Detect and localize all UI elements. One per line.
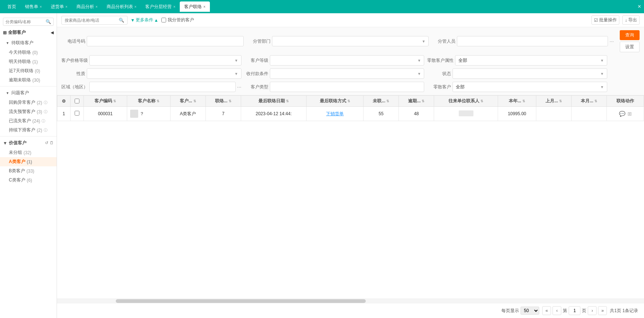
value-refresh-icon[interactable]: ↺ — [45, 141, 48, 145]
filter-retail-select[interactable]: 全部 ▼ — [452, 82, 607, 92]
table-header-row: ⚙ 客户编码 ⇅ — [57, 96, 644, 107]
row-last-date: 2023-04-12 14:44: — [241, 107, 306, 121]
col-code[interactable]: 客户编码 ⇅ — [84, 96, 127, 107]
filter-search-box[interactable]: 🔍 — [61, 16, 128, 25]
value-settings-icon[interactable]: 🗒 — [50, 141, 54, 145]
query-button[interactable]: 查询 — [620, 30, 640, 40]
nav-tab-analysis[interactable]: 商品分析 × — [72, 1, 102, 12]
filter-more-btn[interactable]: ▼ 更多条件 ▲ — [130, 17, 158, 23]
col-company-contact-label: 往来单位联系人 — [448, 98, 479, 104]
filter-region-input[interactable] — [89, 82, 236, 92]
sidebar-item-7days[interactable]: 近7天待联络 (0) — [0, 66, 57, 75]
sidebar-item-a-class[interactable]: A类客户 (1) — [0, 157, 57, 166]
col-last-month[interactable]: 上月... ⇅ — [536, 96, 571, 107]
filter-payment-select[interactable]: ▼ — [270, 68, 425, 79]
nav-tab-purchase-close[interactable]: × — [65, 5, 68, 9]
filter-retail-value: 全部 — [456, 84, 465, 90]
filter-dept-select[interactable]: ▼ — [272, 36, 429, 46]
settings-button[interactable]: 设置 — [620, 42, 640, 52]
sidebar-item-tomorrow[interactable]: 明天待联络 (1) — [0, 57, 57, 66]
churned-label: 已流失客户 — [9, 118, 31, 124]
sidebar-item-b-class[interactable]: B类客户 (33) — [0, 166, 57, 176]
page-size-select[interactable]: 50 100 200 — [520, 307, 539, 315]
nav-tab-segment-close[interactable]: × — [173, 5, 175, 9]
filter-person-input[interactable] — [457, 36, 608, 46]
col-no-contact[interactable]: 未联... ⇅ — [364, 96, 399, 107]
filter-price-level-select[interactable]: ▼ — [89, 55, 242, 66]
filter-phone-input[interactable] — [87, 36, 244, 46]
col-name[interactable]: 客户名称 ⇅ — [127, 96, 170, 107]
col-last-date[interactable]: 最后联络日期 ⇅ — [241, 96, 306, 107]
nav-tab-sales-close[interactable]: × — [40, 5, 42, 9]
sidebar-group-value[interactable]: ▼ 价值客户 ↺ 🗒 — [0, 138, 57, 148]
filter-customer-level-select[interactable]: ▼ — [270, 55, 425, 66]
sidebar-all-customers[interactable]: ⊞ 全部客户 ◀ — [0, 27, 57, 38]
col-checkbox[interactable] — [71, 96, 84, 107]
sidebar-item-repurchase-abnormal[interactable]: 回购异常客户 (2) ⓘ — [0, 98, 57, 107]
sidebar-item-declining[interactable]: 持续下滑客户 (2) ⓘ — [0, 126, 57, 135]
sidebar-item-c-class[interactable]: C类客户 (6) — [0, 176, 57, 185]
churned-info-icon: ⓘ — [42, 119, 45, 124]
sidebar-item-overdue[interactable]: 逾期未联络 (30) — [0, 75, 57, 85]
my-customers-checkbox-container[interactable]: 我分管的客户 — [161, 17, 194, 23]
action-icons-container: 💬 ⊞ — [610, 111, 641, 117]
nav-tab-contact[interactable]: 客户联络 × — [180, 1, 210, 12]
sidebar-item-ungrouped[interactable]: 未分组 (32) — [0, 148, 57, 157]
col-action: 联络动作 — [607, 96, 644, 107]
prev-page-button[interactable]: ‹ — [552, 306, 561, 315]
nav-tab-contact-close[interactable]: × — [203, 5, 205, 9]
customer-avatar — [130, 110, 138, 118]
row-company-contact — [434, 107, 498, 121]
sidebar-search-icon: 🔍 — [46, 19, 51, 24]
action-chat-icon[interactable]: 💬 — [619, 111, 625, 117]
col-contact-count[interactable]: 联络... ⇅ — [205, 96, 241, 107]
row-last-method[interactable]: 下销货单 — [307, 107, 364, 121]
filter-person-dots[interactable]: ··· — [609, 38, 614, 44]
filter-customer-level-arrow: ▼ — [417, 59, 421, 63]
sidebar-item-churn-warning[interactable]: 流失预警客户 (3) ⓘ — [0, 107, 57, 116]
col-year-amount[interactable]: 本年... ⇅ — [498, 96, 536, 107]
window-close-button[interactable]: × — [638, 3, 641, 10]
nav-tab-analysis-list-close[interactable]: × — [135, 5, 137, 9]
nav-home[interactable]: 首页 — [3, 1, 21, 12]
row-checkbox[interactable] — [75, 111, 79, 116]
sidebar-search-input[interactable] — [6, 20, 44, 24]
today-label: 今天待联络 — [9, 49, 31, 56]
col-customer-type[interactable]: 客户... ⇅ — [170, 96, 205, 107]
first-page-button[interactable]: « — [542, 306, 551, 315]
sidebar-group-pending[interactable]: ▼ 待联络客户 — [0, 38, 57, 48]
export-button[interactable]: ↓ 导出 — [622, 15, 640, 25]
action-link-icon[interactable]: ⊞ — [627, 111, 632, 117]
page-number-input[interactable] — [569, 306, 580, 315]
nav-tab-sales[interactable]: 销售单 × — [21, 1, 46, 12]
last-method-link[interactable]: 下销货单 — [326, 111, 344, 116]
col-company-contact[interactable]: 往来单位联系人 ⇅ — [434, 96, 498, 107]
horizontal-scrollbar[interactable] — [57, 298, 644, 303]
scrollbar-thumb[interactable] — [116, 299, 366, 303]
nav-tab-segment[interactable]: 客户分层经营 × — [141, 1, 180, 12]
sidebar-group-problem[interactable]: ▼ 问题客户 — [0, 88, 57, 98]
my-customers-checkbox[interactable] — [161, 18, 166, 22]
nav-tab-purchase[interactable]: 进货单 × — [46, 1, 72, 12]
sidebar-item-churned[interactable]: 已流失客户 (24) ⓘ — [0, 116, 57, 126]
filter-customer-type-input[interactable] — [270, 82, 425, 92]
next-page-button[interactable]: › — [588, 306, 597, 315]
batch-op-button[interactable]: ☑ 批量操作 — [591, 15, 619, 25]
filter-nature-select[interactable]: ▼ — [87, 68, 242, 79]
action-buttons: 查询 设置 — [620, 30, 640, 52]
filter-retail-attr-select[interactable]: 全部 ▼ — [455, 55, 607, 66]
col-gear[interactable]: ⚙ — [57, 96, 71, 107]
nav-tab-analysis-close[interactable]: × — [96, 5, 98, 9]
last-page-button[interactable]: » — [598, 306, 607, 315]
filter-search-input[interactable] — [65, 18, 117, 22]
filter-status-select[interactable]: ▼ — [452, 68, 607, 79]
nav-tab-analysis-list[interactable]: 商品分析列表 × — [102, 1, 141, 12]
col-this-month[interactable]: 本月... ⇅ — [572, 96, 607, 107]
col-overdue[interactable]: 逾期... ⇅ — [399, 96, 434, 107]
select-all-checkbox[interactable] — [75, 99, 79, 103]
sidebar-item-today[interactable]: 今天待联络 (0) — [0, 48, 57, 57]
row-checkbox-cell[interactable] — [71, 107, 84, 121]
col-last-method[interactable]: 最后联络方式 ⇅ — [307, 96, 364, 107]
filter-region-dots[interactable]: ··· — [237, 84, 242, 90]
sidebar-search-box[interactable]: 🔍 — [3, 18, 54, 26]
